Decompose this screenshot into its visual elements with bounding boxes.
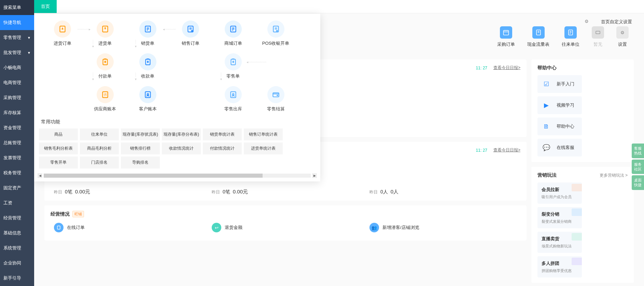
time-label: 11: 27 (476, 66, 487, 70)
common-btn[interactable]: 现存量(库存状况表) (121, 128, 160, 140)
sidebar-item[interactable]: 新手引导 (0, 271, 34, 286)
scroll-right-btn[interactable]: ▶ (312, 173, 317, 178)
custom-settings-link[interactable]: 首页自定义设置 (601, 19, 632, 25)
common-btn[interactable]: 销售订单统计表 (244, 128, 283, 140)
flow-item-mall-order[interactable]: 商城订单 (212, 21, 254, 46)
toolbar-partners[interactable]: 往来单位 (562, 26, 579, 47)
sidebar-item[interactable]: 企业协同 (0, 256, 34, 271)
sidebar-search[interactable]: 搜索菜单 (0, 0, 34, 15)
daily-report-link[interactable]: 查看今日日报> (493, 147, 520, 153)
marketing-item-desc: 吸引用户成为会员 (542, 194, 578, 200)
sidebar-item[interactable]: 库存核算 (0, 105, 34, 120)
flow-item-sales-order[interactable]: 销售订单 (169, 21, 212, 46)
flow-label: 零售出库 (212, 106, 254, 112)
horizontal-scrollbar[interactable]: ◀ ▶ (38, 173, 317, 178)
biz-card: 👥 新增潜客/店铺浏览 (369, 223, 517, 235)
outbox-icon (97, 21, 114, 38)
scroll-left-btn[interactable]: ◀ (38, 173, 42, 178)
float-btn-hotline[interactable]: 客服热线 (632, 144, 644, 158)
help-item-video[interactable]: ▶ 视频学习 (537, 96, 582, 114)
toolbar-label: 往来单位 (562, 41, 579, 47)
sidebar-item[interactable]: 工资 (0, 195, 34, 210)
sidebar-item-label: 快捷导航 (3, 19, 21, 26)
sidebar-item[interactable]: 固定资产 (0, 180, 34, 195)
sidebar-item[interactable]: 经营管理 (0, 210, 34, 226)
help-item-label: 视频学习 (557, 102, 574, 108)
flow-label: 进货单 (84, 40, 126, 46)
common-btn[interactable]: 付款情况统计 (203, 142, 242, 154)
common-btn[interactable]: 商品 (39, 128, 78, 140)
common-btn[interactable]: 导购排名 (121, 156, 160, 168)
flow-label: 供应商账本 (84, 106, 126, 112)
flow-item-purchase[interactable]: 进货单 ·····▾ (84, 21, 126, 46)
help-title: 帮助中心 (537, 65, 628, 71)
flow-item-retail-order[interactable]: 零售单 ◂··················· ·····▾ (212, 53, 254, 79)
help-item-chat[interactable]: 💬 在线客服 (537, 139, 582, 156)
tab-bar: 首页 (34, 0, 644, 13)
biz-card-title: 在线订单 (67, 224, 85, 231)
common-btn[interactable]: 销货单统计表 (203, 128, 242, 140)
marketing-item[interactable]: 裂变分销 裂变式发展分销商 (537, 207, 582, 228)
flow-item-purchase-order[interactable]: 进货订单 ············▸ (41, 21, 84, 46)
marketing-more-link[interactable]: 更多营销玩法 > (600, 173, 628, 178)
marketing-item[interactable]: 会员拉新 吸引用户成为会员 (537, 182, 582, 204)
scroll-track[interactable] (44, 174, 311, 178)
sidebar-item[interactable]: 资金管理 (0, 120, 34, 135)
float-btn-desktop[interactable]: 桌面快捷 (632, 175, 644, 190)
common-btn[interactable]: 商品毛利分析 (80, 142, 119, 154)
common-btn[interactable]: 收款情况统计 (162, 142, 201, 154)
marketing-item-desc: 裂变式发展分销商 (542, 219, 578, 224)
sidebar-item[interactable]: 电商管理 (0, 75, 34, 90)
help-item-label: 在线客服 (557, 145, 574, 151)
help-item-center[interactable]: 🗎 帮助中心 (537, 118, 582, 135)
flow-item-pos[interactable]: POS收银开单 (254, 21, 297, 46)
quick-nav-flyout: 进货订单 ············▸ 进货单 ·····▾ 销货单 ◂·····… (34, 14, 320, 181)
gear-icon: ⚙ (585, 19, 589, 24)
common-btn[interactable]: 销售排行榜 (121, 142, 160, 154)
flow-item-supplier-ledger[interactable]: 供 供应商账本 (84, 86, 126, 112)
sidebar-item[interactable]: 发票管理 (0, 150, 34, 165)
sidebar-item[interactable]: 系统管理 (0, 241, 34, 256)
money-icon (97, 53, 114, 70)
help-item-newbie[interactable]: ☑ 新手入门 (537, 75, 582, 93)
toolbar-purchase-order[interactable]: 采购订单 (497, 26, 515, 47)
sidebar-item-label: 批发管理 (3, 50, 21, 56)
daily-report-link[interactable]: 查看今日日报> (493, 65, 520, 71)
flow-label: POS收银开单 (254, 40, 297, 46)
sidebar-item-wholesale[interactable]: 批发管理 ▼ (0, 45, 34, 60)
common-btn[interactable]: 现存量(库存分布表) (162, 128, 201, 140)
sidebar-item[interactable]: 小畅电商 (0, 60, 34, 75)
flow-item-payment[interactable]: 付款单 ·····▾ (84, 53, 126, 79)
common-btn[interactable]: 销售毛利分析表 (39, 142, 78, 154)
sidebar-item[interactable]: 基础信息 (0, 226, 34, 241)
tab-home[interactable]: 首页 (34, 0, 57, 13)
common-btn[interactable]: 进货单统计表 (244, 142, 283, 154)
toolbar-settings[interactable]: ⚙ 设置 (616, 26, 629, 47)
sidebar-item-label: 税务管理 (3, 170, 21, 176)
svg-point-21 (232, 94, 234, 95)
common-btn[interactable]: 门店排名 (80, 156, 119, 168)
list-icon (139, 21, 156, 38)
decor-icon (572, 233, 582, 241)
sidebar-item-label: 发票管理 (3, 155, 21, 161)
sidebar-item-quick-nav[interactable]: 快捷导航 (0, 15, 34, 30)
sidebar-item[interactable]: 税务管理 (0, 165, 34, 180)
common-btn[interactable]: 往来单位 (80, 128, 119, 140)
flow-item-sales[interactable]: 销货单 ◂············ ·····▾ (126, 21, 169, 46)
toolbar-cashflow[interactable]: 现金流量表 (527, 26, 549, 47)
marketing-item[interactable]: 多人拼团 拼团购物享受优惠 (537, 256, 582, 277)
toolbar-empty[interactable]: 暂无 (592, 26, 604, 47)
check-icon: ☑ (542, 79, 551, 89)
sidebar-item-label: 库存核算 (3, 110, 21, 116)
float-btn-community[interactable]: 服务社区 (632, 160, 644, 174)
scroll-thumb[interactable] (44, 174, 263, 178)
sidebar-item[interactable]: 采购管理 (0, 90, 34, 105)
common-btn[interactable]: 零售开单 (39, 156, 78, 168)
flow-item-receipt[interactable]: 收款单 ·····▾ (126, 53, 169, 79)
sidebar-item[interactable]: 总账管理 (0, 135, 34, 150)
flow-item-retail-out[interactable]: 零售出库 (212, 86, 254, 112)
sidebar-item-retail[interactable]: 零售管理 ▼ (0, 30, 34, 45)
marketing-item[interactable]: 直播卖货 场景式购物新玩法 (537, 232, 582, 253)
flow-item-customer-ledger[interactable]: 客户账本 (126, 86, 169, 112)
flow-item-retail-settle[interactable]: 零售结算 (254, 86, 297, 112)
